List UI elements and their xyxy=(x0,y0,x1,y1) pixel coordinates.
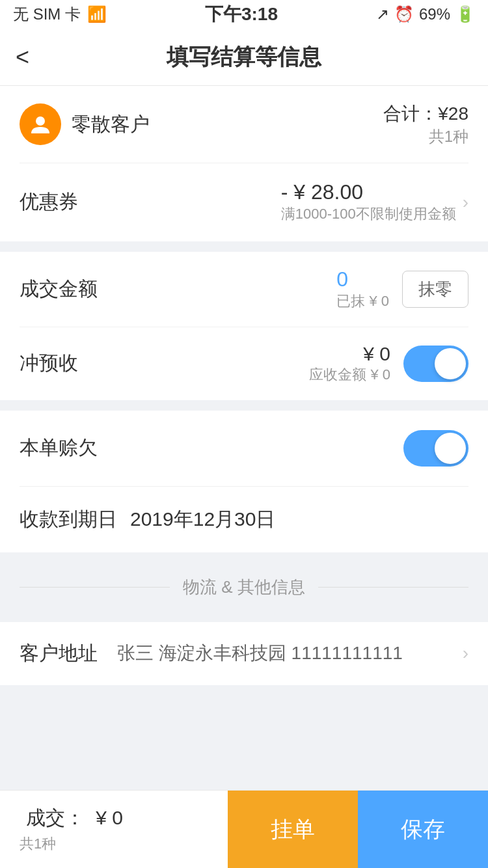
address-section: 客户地址 张三 海淀永丰科技园 11111111111 › xyxy=(0,622,488,685)
wifi-icon: 📶 xyxy=(87,5,107,23)
battery-label: 69% xyxy=(419,5,450,23)
battery-icon: 🔋 xyxy=(455,5,475,23)
prepay-info: ¥ 0 应收金额 ¥ 0 xyxy=(309,343,390,385)
page-title: 填写结算等信息 xyxy=(167,42,321,72)
customer-left: 零散客户 xyxy=(20,103,150,145)
transaction-amount-label: 成交金额 xyxy=(20,276,98,303)
amount-value: 0 xyxy=(336,267,389,292)
prepay-right: ¥ 0 应收金额 ¥ 0 xyxy=(309,343,468,385)
total-amount: 合计：¥28 xyxy=(383,102,468,126)
prepay-amount: ¥ 0 xyxy=(309,343,390,365)
bottom-deal: 成交： ¥ 0 xyxy=(20,805,208,832)
logistics-section: 物流 & 其他信息 xyxy=(0,563,488,612)
debt-section: 本单赊欠 收款到期日 2019年12月30日 xyxy=(0,411,488,552)
debt-toggle[interactable] xyxy=(403,430,468,467)
save-button[interactable]: 保存 xyxy=(358,791,488,869)
coupon-label: 优惠券 xyxy=(20,189,78,215)
debt-label: 本单赊欠 xyxy=(20,435,98,461)
status-time: 下午3:18 xyxy=(205,2,278,27)
customer-section: 零散客户 合计：¥28 共1种 优惠券 - ¥ 28.00 满1000-100不… xyxy=(0,86,488,241)
status-bar: 无 SIM 卡 📶 下午3:18 ↗ ⏰ 69% 🔋 xyxy=(0,0,488,29)
address-label: 客户地址 xyxy=(20,640,98,667)
coupon-right: - ¥ 28.00 满1000-100不限制使用金额 › xyxy=(281,180,468,224)
hold-button[interactable]: 挂单 xyxy=(228,791,358,869)
transaction-amount-row: 成交金额 0 已抹 ¥ 0 抹零 xyxy=(20,252,468,327)
amount-sub: 已抹 ¥ 0 xyxy=(336,292,389,311)
bottom-bar: 成交： ¥ 0 共1种 挂单 保存 xyxy=(0,790,488,868)
date-row: 收款到期日 2019年12月30日 xyxy=(20,487,468,552)
spacer xyxy=(0,696,488,800)
customer-row: 零散客户 合计：¥28 共1种 xyxy=(0,86,488,163)
status-left: 无 SIM 卡 📶 xyxy=(13,4,107,25)
sim-status: 无 SIM 卡 xyxy=(13,4,81,25)
coupon-discount: - ¥ 28.00 xyxy=(281,180,456,204)
debt-row: 本单赊欠 xyxy=(20,411,468,487)
bottom-info: 成交： ¥ 0 共1种 xyxy=(0,805,228,854)
coupon-chevron-icon: › xyxy=(463,192,468,213)
coupon-desc: 满1000-100不限制使用金额 xyxy=(281,204,456,224)
deal-label: 成交： xyxy=(26,807,85,828)
alarm-icon: ⏰ xyxy=(394,5,414,23)
svg-point-0 xyxy=(36,116,45,126)
transaction-amount-right: 0 已抹 ¥ 0 抹零 xyxy=(336,267,468,311)
customer-avatar xyxy=(20,103,61,145)
nav-bar: < 填写结算等信息 xyxy=(0,29,488,86)
customer-total: 合计：¥28 共1种 xyxy=(383,102,468,147)
prepay-toggle[interactable] xyxy=(403,346,468,382)
transaction-section: 成交金额 0 已抹 ¥ 0 抹零 冲预收 ¥ 0 应收金额 ¥ 0 xyxy=(0,252,488,400)
coupon-info: - ¥ 28.00 满1000-100不限制使用金额 xyxy=(281,180,456,224)
due-date-label: 收款到期日 xyxy=(20,506,117,533)
bottom-count: 共1种 xyxy=(20,834,208,854)
customer-name: 零散客户 xyxy=(72,111,150,138)
address-value: 张三 海淀永丰科技园 11111111111 xyxy=(117,641,443,666)
due-date-value: 2019年12月30日 xyxy=(130,506,275,533)
prepay-label: 冲预收 xyxy=(20,350,78,377)
round-zero-button[interactable]: 抹零 xyxy=(402,271,468,308)
logistics-header: 物流 & 其他信息 xyxy=(0,563,488,612)
logistics-title: 物流 & 其他信息 xyxy=(183,576,305,599)
amount-info: 0 已抹 ¥ 0 xyxy=(336,267,389,311)
address-chevron-icon: › xyxy=(463,643,468,664)
back-button[interactable]: < xyxy=(16,44,29,71)
address-row[interactable]: 客户地址 张三 海淀永丰科技园 11111111111 › xyxy=(0,622,488,685)
prepay-receivable: 应收金额 ¥ 0 xyxy=(309,365,390,385)
deal-amount: ¥ 0 xyxy=(96,807,123,828)
location-icon: ↗ xyxy=(376,5,389,23)
total-count: 共1种 xyxy=(383,126,468,147)
coupon-row[interactable]: 优惠券 - ¥ 28.00 满1000-100不限制使用金额 › xyxy=(0,163,488,241)
prepay-row: 冲预收 ¥ 0 应收金额 ¥ 0 xyxy=(20,327,468,400)
status-right: ↗ ⏰ 69% 🔋 xyxy=(376,5,475,23)
